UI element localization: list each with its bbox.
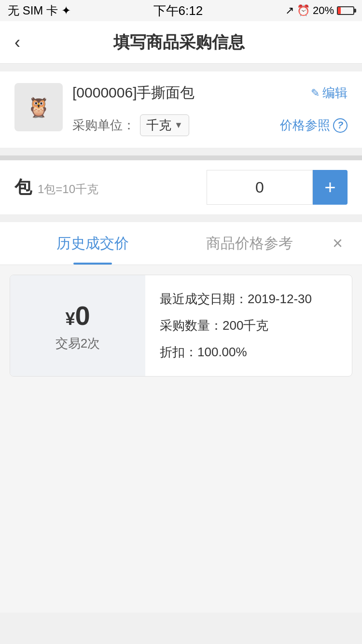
back-button[interactable]: ‹	[14, 32, 30, 53]
location-icon: ↗	[285, 4, 294, 17]
price-quantity-label: 采购数量：	[160, 318, 223, 333]
alarm-icon: ⏰	[297, 4, 310, 17]
purchase-row: 采购单位： 千克 ▼ 价格参照 ?	[72, 114, 348, 136]
unit-select[interactable]: 千克 ▼	[140, 114, 189, 136]
product-name: [0000006]手撕面包	[72, 83, 195, 103]
quantity-control: 0 +	[207, 170, 348, 205]
status-time: 下午6:12	[153, 2, 203, 19]
content-area: ¥0 交易2次 最近成交日期：2019-12-30 采购数量：200千克 折扣：…	[0, 275, 362, 613]
product-logo: 🦉	[14, 83, 63, 131]
tabs-container: 历史成交价 商品价格参考 × ¥0 交易2次 最近成交日期：2019-12-30…	[0, 222, 362, 613]
price-card-left: ¥0 交易2次	[10, 275, 145, 376]
status-bar: 无 SIM 卡 ✦ 下午6:12 ↗ ⏰ 20%	[0, 0, 362, 21]
unit-conversion-text: 1包=10千克	[38, 182, 98, 197]
price-quantity-row: 采购数量：200千克	[160, 316, 337, 335]
unit-value: 千克	[146, 117, 171, 134]
quantity-plus-button[interactable]: +	[313, 170, 348, 205]
price-value: 0	[75, 300, 90, 331]
price-ref-button[interactable]: 价格参照 ?	[280, 117, 348, 134]
status-left: 无 SIM 卡 ✦	[8, 3, 71, 18]
unit-conversion-bar	[0, 155, 362, 160]
tab-history-price[interactable]: 历史成交价	[14, 222, 171, 265]
logo-owl-icon: 🦉	[27, 96, 51, 119]
tab-product-price-ref-label: 商品价格参考	[206, 234, 293, 253]
tab-active-underline	[73, 263, 112, 265]
edit-button[interactable]: ✎ 编辑	[311, 84, 348, 101]
price-discount-value: 100.00%	[197, 345, 247, 359]
product-info: [0000006]手撕面包 ✎ 编辑 采购单位： 千克 ▼ 价格参照 ?	[72, 83, 348, 136]
price-discount-row: 折扣：100.00%	[160, 343, 337, 362]
price-date-row: 最近成交日期：2019-12-30	[160, 290, 337, 308]
battery-percent: 20%	[313, 4, 334, 17]
edit-label: 编辑	[322, 84, 348, 101]
price-ref-help-icon: ?	[333, 118, 348, 133]
edit-icon: ✎	[311, 87, 320, 99]
unit-name: 包	[14, 176, 32, 199]
product-card: 🦉 [0000006]手撕面包 ✎ 编辑 采购单位： 千克 ▼	[0, 71, 362, 148]
quantity-section: 包 1包=10千克 0 +	[0, 160, 362, 214]
price-quantity-value: 200千克	[223, 318, 268, 333]
price-date-label: 最近成交日期：	[160, 292, 248, 306]
currency-symbol: ¥	[65, 309, 75, 329]
price-amount: ¥0	[65, 300, 90, 331]
status-right: ↗ ⏰ 20%	[285, 4, 354, 17]
nav-bar: ‹ 填写商品采购信息	[0, 21, 362, 64]
quantity-input[interactable]: 0	[207, 170, 313, 205]
sim-status: 无 SIM 卡 ✦	[8, 3, 71, 18]
purchase-unit-label: 采购单位：	[72, 117, 135, 134]
tab-history-price-label: 历史成交价	[56, 234, 129, 253]
quantity-value: 0	[255, 179, 264, 196]
price-date-value: 2019-12-30	[248, 292, 312, 306]
price-card-right: 最近成交日期：2019-12-30 采购数量：200千克 折扣：100.00%	[145, 275, 352, 376]
price-card: ¥0 交易2次 最近成交日期：2019-12-30 采购数量：200千克 折扣：…	[10, 275, 352, 377]
price-trade-count: 交易2次	[56, 335, 100, 352]
page-title: 填写商品采购信息	[30, 31, 328, 54]
tab-product-price-ref[interactable]: 商品价格参考	[171, 222, 327, 265]
price-discount-label: 折扣：	[160, 345, 197, 359]
battery-icon	[337, 6, 354, 15]
tabs-header: 历史成交价 商品价格参考 ×	[0, 222, 362, 265]
product-top-row: [0000006]手撕面包 ✎ 编辑	[72, 83, 348, 103]
quantity-label-group: 包 1包=10千克	[14, 176, 98, 199]
product-row: 🦉 [0000006]手撕面包 ✎ 编辑 采购单位： 千克 ▼	[14, 83, 348, 136]
price-ref-label: 价格参照	[280, 117, 330, 134]
unit-arrow-icon: ▼	[174, 120, 183, 130]
tab-close-button[interactable]: ×	[328, 228, 348, 258]
